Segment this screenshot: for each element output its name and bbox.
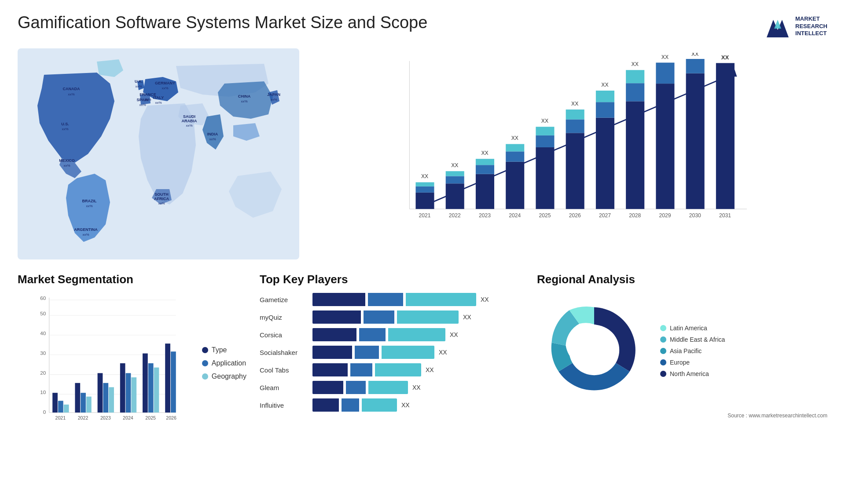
player-row-socialshaker: Socialshaker XX bbox=[260, 346, 524, 359]
svg-rect-22 bbox=[415, 193, 434, 209]
svg-rect-100 bbox=[120, 363, 125, 413]
xx-6: XX bbox=[401, 402, 410, 409]
svg-text:xx%: xx% bbox=[162, 86, 168, 90]
svg-rect-92 bbox=[75, 383, 80, 413]
reg-legend-latin: Latin America bbox=[660, 325, 725, 332]
legend-geography: Geography bbox=[202, 373, 246, 380]
player-name-4: Cool Tabs bbox=[260, 366, 308, 374]
bar-mid-5 bbox=[346, 381, 366, 394]
player-bar-2: XX bbox=[312, 328, 524, 341]
application-label: Application bbox=[212, 359, 246, 367]
svg-rect-42 bbox=[536, 147, 554, 209]
india-label: INDIA bbox=[207, 132, 218, 136]
player-name-0: Gametize bbox=[260, 296, 308, 303]
svg-text:2023: 2023 bbox=[479, 212, 491, 219]
reg-legend-apac: Asia Pacific bbox=[660, 347, 725, 354]
svg-text:xx%: xx% bbox=[186, 124, 192, 128]
key-players-container: Top Key Players Gametize XX myQuiz bbox=[260, 273, 524, 457]
svg-rect-37 bbox=[506, 162, 524, 209]
svg-rect-53 bbox=[596, 102, 614, 118]
seg-legend: Type Application Geography bbox=[198, 293, 246, 434]
svg-text:XX: XX bbox=[571, 101, 578, 107]
top-section: CANADA xx% U.S. xx% MEXICO xx% BRAZIL xx… bbox=[18, 48, 827, 259]
bar-mid-1 bbox=[364, 310, 394, 324]
svg-rect-33 bbox=[476, 165, 494, 174]
xx-4: XX bbox=[426, 366, 434, 373]
player-bar-6: XX bbox=[312, 398, 524, 412]
svg-rect-67 bbox=[686, 59, 705, 73]
svg-text:XX: XX bbox=[451, 162, 458, 168]
svg-text:xx%: xx% bbox=[82, 233, 89, 237]
svg-text:xx%: xx% bbox=[68, 92, 74, 96]
svg-text:2024: 2024 bbox=[509, 212, 521, 219]
svg-rect-57 bbox=[626, 101, 644, 209]
reg-legend-europe: Europe bbox=[660, 359, 725, 366]
player-row-influitive: Influitive XX bbox=[260, 398, 524, 412]
source-text: Source : www.marketresearchintellect.com bbox=[537, 413, 827, 419]
svg-rect-63 bbox=[656, 62, 674, 84]
svg-rect-27 bbox=[446, 183, 464, 209]
svg-marker-1 bbox=[774, 20, 781, 29]
player-name-3: Socialshaker bbox=[260, 349, 308, 356]
player-name-6: Influitive bbox=[260, 402, 308, 409]
brazil-label: BRAZIL bbox=[82, 199, 97, 203]
svg-text:xx%: xx% bbox=[63, 164, 70, 168]
svg-text:2025: 2025 bbox=[145, 415, 156, 420]
svg-text:xx%: xx% bbox=[209, 137, 216, 141]
svg-text:40: 40 bbox=[40, 330, 46, 336]
xx-1: XX bbox=[463, 314, 471, 321]
svg-text:XX: XX bbox=[511, 135, 518, 141]
mea-label: Middle East & Africa bbox=[670, 336, 725, 343]
player-name-1: myQuiz bbox=[260, 314, 308, 321]
bar-chart-svg: XX 2021 XX 2022 XX 2023 XX 2024 bbox=[321, 53, 819, 242]
regional-title: Regional Analysis bbox=[537, 273, 827, 286]
svg-text:2029: 2029 bbox=[659, 212, 671, 219]
logo-icon bbox=[764, 13, 791, 40]
svg-rect-96 bbox=[98, 373, 103, 413]
svg-text:2030: 2030 bbox=[689, 212, 701, 219]
svg-text:xx%: xx% bbox=[158, 201, 165, 205]
segmentation-title: Market Segmentation bbox=[18, 273, 246, 286]
player-row-cooltabs: Cool Tabs XX bbox=[260, 363, 524, 376]
svg-text:xx%: xx% bbox=[62, 127, 68, 131]
uk-label: U.K. bbox=[135, 79, 143, 84]
svg-rect-38 bbox=[506, 151, 524, 161]
svg-text:2026: 2026 bbox=[569, 212, 581, 219]
player-row-myquiz: myQuiz XX bbox=[260, 310, 524, 324]
svg-text:50: 50 bbox=[40, 310, 46, 316]
italy-label: ITALY bbox=[153, 95, 164, 100]
svg-rect-47 bbox=[566, 133, 584, 209]
bar-mid-6 bbox=[342, 398, 359, 412]
svg-text:2022: 2022 bbox=[449, 212, 461, 219]
svg-rect-106 bbox=[154, 368, 159, 413]
svg-rect-43 bbox=[536, 135, 554, 147]
player-row-gleam: Gleam XX bbox=[260, 381, 524, 394]
svg-text:xx%: xx% bbox=[270, 98, 277, 102]
player-bar-1: XX bbox=[312, 310, 524, 324]
svg-rect-32 bbox=[476, 174, 494, 209]
xx-5: XX bbox=[412, 384, 421, 391]
page-title: Gamification Software Systems Market Siz… bbox=[18, 13, 427, 32]
players-list: Gametize XX myQuiz XX bbox=[260, 293, 524, 412]
south-africa-label: SOUTH bbox=[154, 192, 169, 197]
na-dot bbox=[660, 371, 666, 377]
svg-rect-93 bbox=[81, 393, 86, 413]
regional-container: Regional Analysis bbox=[537, 273, 827, 457]
svg-rect-70 bbox=[716, 63, 735, 209]
logo: MARKET RESEARCH INTELLECT bbox=[764, 13, 827, 40]
svg-text:30: 30 bbox=[40, 350, 46, 356]
svg-text:2021: 2021 bbox=[419, 212, 431, 219]
svg-text:XX: XX bbox=[721, 54, 729, 61]
japan-label: JAPAN bbox=[267, 92, 280, 97]
svg-text:10: 10 bbox=[40, 389, 46, 395]
player-row-corsica: Corsica XX bbox=[260, 328, 524, 341]
bar-dark-1 bbox=[312, 310, 361, 324]
mexico-label: MEXICO bbox=[59, 158, 75, 163]
player-bar-4: XX bbox=[312, 363, 524, 376]
svg-rect-89 bbox=[58, 401, 63, 413]
bar-light-3 bbox=[382, 346, 434, 359]
mea-dot bbox=[660, 336, 666, 343]
svg-rect-28 bbox=[446, 176, 464, 183]
europe-label: Europe bbox=[670, 359, 690, 366]
svg-rect-24 bbox=[415, 182, 434, 186]
